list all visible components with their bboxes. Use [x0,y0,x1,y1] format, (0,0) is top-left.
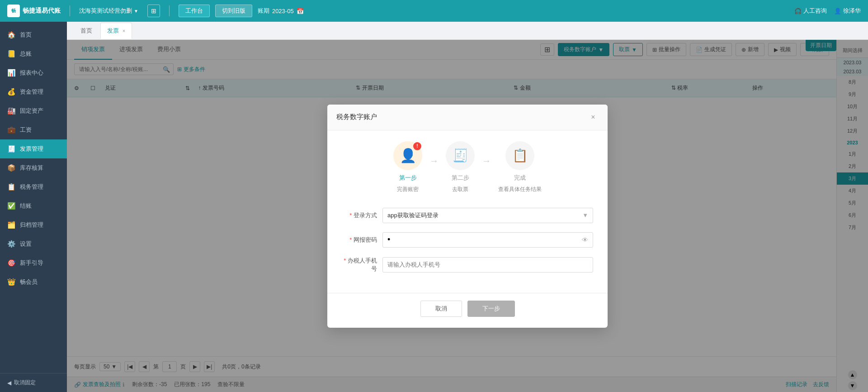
sidebar-item-guide[interactable]: 🎯 新手引导 [0,253,67,272]
modal-footer: 取消 下一步 [327,293,608,328]
tab-close-icon[interactable]: × [123,28,125,33]
password-field: 网报密码 👁 [342,232,593,248]
ledger-icon: 📒 [7,50,15,58]
app-logo: 畅 畅捷通易代账 [7,5,61,17]
step2-label: 第二步 [452,174,469,182]
sidebar-item-finance[interactable]: 💰 资金管理 [0,82,67,101]
chevron-down-icon4: ▼ [582,212,588,219]
step1-sublabel: 完善账密 [397,186,419,193]
password-input-wrap: 👁 [382,232,593,248]
sidebar-item-reports[interactable]: 📊 报表中心 [0,63,67,82]
step-1: 👤 ! 第一步 完善账密 [393,141,422,193]
company-selector[interactable]: 沈海英测试经营勿删 ▼ [79,7,138,15]
tax-icon: 📋 [7,183,15,191]
tab-home[interactable]: 首页 [74,23,99,38]
step-3: 📋 完成 查看具体任务结果 [498,141,542,193]
sidebar-item-ledger[interactable]: 📒 总账 [0,44,67,63]
switch-version-button[interactable]: 切到旧版 [215,5,252,17]
next-step-button[interactable]: 下一步 [467,301,515,317]
tab-bar: 首页 发票 × [67,22,868,40]
guide-icon: 🎯 [7,259,15,267]
modal-body: 👤 ! 第一步 完善账密 → 🧾 [327,130,608,293]
step3-icon: 📋 [512,148,528,163]
cancel-fixed-button[interactable]: ◀ 取消固定 [0,373,67,392]
chevron-down-icon: ▼ [134,9,138,14]
topbar-divider1 [70,5,70,16]
eye-icon[interactable]: 👁 [582,236,588,244]
sidebar-label-ledger: 总账 [20,50,32,58]
sidebar-item-tax[interactable]: 📋 税务管理 [0,177,67,196]
step1-label: 第一步 [399,174,417,182]
sidebar-item-payroll[interactable]: 💼 工资 [0,120,67,139]
period-label: 账期 [258,7,269,15]
sidebar-label-tax: 税务管理 [20,183,43,191]
settings-icon: ⚙️ [7,240,15,248]
step2-sublabel: 去取票 [452,186,468,193]
finance-icon: 💰 [7,88,15,96]
modal-title: 税务数字账户 [336,113,377,121]
calendar-icon[interactable]: 📅 [297,8,304,14]
home-icon: 🏠 [7,31,15,39]
topbar-divider2 [169,5,170,16]
step3-icon-wrap: 📋 [505,141,534,170]
phone-input-wrap [382,257,593,272]
password-label: 网报密码 [342,236,382,244]
sidebar-label-invoice: 发票管理 [20,145,43,153]
step1-icon-wrap: 👤 ! [393,141,422,170]
sidebar-label-reports: 报表中心 [20,69,43,77]
logo-icon: 畅 [7,5,20,17]
topbar-right: 🎧 人工咨询 👤 徐泽华 [794,7,861,15]
sidebar-item-settings[interactable]: ⚙️ 设置 [0,234,67,253]
modal-header: 税务数字账户 × [327,105,608,130]
step2-icon-wrap: 🧾 [446,141,475,170]
step-arrow-2: → [482,156,491,179]
cancel-button[interactable]: 取消 [420,301,462,317]
closing-icon: ✅ [7,202,15,210]
sidebar-label-settings: 设置 [20,240,32,248]
sidebar-label-home: 首页 [20,31,32,39]
step1-badge: ! [413,142,421,150]
archive-icon: 🗂️ [7,221,15,229]
company-action-icon[interactable]: ⊞ [147,5,160,17]
step-arrow-1: → [429,156,439,179]
sidebar-item-closing[interactable]: ✅ 结账 [0,196,67,215]
app-name: 畅捷通易代账 [23,7,61,15]
cancel-fixed-label: 取消固定 [14,379,36,387]
sidebar-label-archive: 归档管理 [20,221,43,229]
sidebar-item-assets[interactable]: 🏭 固定资产 [0,101,67,120]
tab-home-label: 首页 [80,27,92,34]
sidebar-label-assets: 固定资产 [20,107,43,115]
modal-close-button[interactable]: × [588,112,599,123]
step3-sublabel: 查看具体任务结果 [498,186,542,193]
period-display: 账期 2023-05 📅 [258,7,304,15]
tab-invoice-label: 发票 [107,27,119,34]
main-layout: 🏠 首页 📒 总账 📊 报表中心 💰 资金管理 🏭 固定资产 💼 工资 🧾 发票… [0,22,868,392]
sidebar-label-member: 畅会员 [20,278,38,286]
member-icon: 👑 [7,278,15,286]
service-label: 人工咨询 [803,7,827,15]
tab-invoice[interactable]: 发票 × [100,23,132,39]
user-profile[interactable]: 👤 徐泽华 [834,7,861,15]
login-method-value: app获取验证码登录 [387,211,439,220]
sidebar-item-archive[interactable]: 🗂️ 归档管理 [0,215,67,234]
sidebar-item-home[interactable]: 🏠 首页 [0,25,67,44]
phone-field: 办税人手机号 [342,257,593,273]
customer-service[interactable]: 🎧 人工咨询 [794,7,827,15]
headset-icon: 🎧 [794,8,802,14]
phone-input[interactable] [387,261,588,268]
login-method-select[interactable]: app获取验证码登录 ▼ [382,208,593,223]
sidebar-item-inventory[interactable]: 📦 库存核算 [0,158,67,177]
assets-icon: 🏭 [7,107,15,115]
sidebar-label-payroll: 工资 [20,126,32,134]
pin-icon: ◀ [7,380,11,386]
invoice-icon: 🧾 [7,145,15,153]
sidebar-item-invoice[interactable]: 🧾 发票管理 [0,139,67,158]
step2-icon: 🧾 [453,148,468,163]
workspace-button[interactable]: 工作台 [179,5,210,17]
modal-overlay: 税务数字账户 × 👤 ! [67,40,868,392]
payroll-icon: 💼 [7,126,15,134]
sidebar-item-member[interactable]: 👑 畅会员 [0,272,67,292]
sidebar: 🏠 首页 📒 总账 📊 报表中心 💰 资金管理 🏭 固定资产 💼 工资 🧾 发票… [0,22,67,392]
tax-digital-modal: 税务数字账户 × 👤 ! [327,105,608,328]
password-input[interactable] [387,235,582,244]
